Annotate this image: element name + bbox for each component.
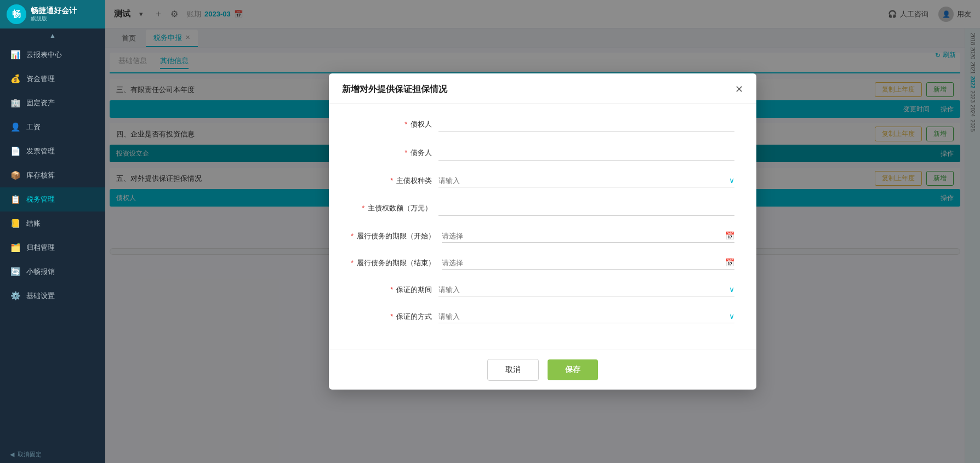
dialog-close-button[interactable]: ✕ (735, 83, 743, 95)
sidebar-item-label: 归档管理 (26, 243, 55, 253)
unpin-label: 取消固定 (18, 450, 42, 459)
unpin-icon: ◀ (10, 451, 14, 458)
period-start-label: * 履行债务的期限（开始） (351, 231, 442, 241)
sidebar-item-yunbaobiao[interactable]: 📊 云报表中心 (0, 43, 105, 67)
sidebar-item-label: 税务管理 (26, 195, 55, 204)
debt-type-input[interactable] (438, 176, 729, 185)
debt-type-select-wrapper: ∨ (438, 174, 734, 187)
yunbaobiao-icon: 📊 (10, 49, 21, 60)
sidebar: 畅 畅捷通好会计 旗舰版 ▲ 📊 云报表中心 💰 资金管理 🏢 固定资产 👤 (0, 0, 105, 463)
debt-type-dropdown-icon[interactable]: ∨ (729, 176, 734, 185)
kucun-icon: 📦 (10, 170, 21, 181)
debt-amount-label: * 主债权数额（万元） (351, 203, 438, 213)
debt-type-label: * 主债权种类 (351, 176, 438, 186)
dialog-footer: 取消 保存 (329, 350, 756, 390)
sidebar-header: 畅 畅捷通好会计 旗舰版 (0, 0, 105, 28)
app-logo: 畅 (7, 4, 26, 24)
app-subtitle: 旗舰版 (31, 15, 77, 22)
form-row-creditor: * 债权人 (351, 117, 734, 132)
required-star: * (404, 120, 407, 128)
save-button[interactable]: 保存 (548, 359, 598, 380)
period-end-input[interactable] (442, 259, 725, 267)
creditor-input[interactable] (438, 117, 734, 132)
form-row-period-end: * 履行债务的期限（结束） 📅 (351, 256, 734, 270)
sidebar-item-gongzi[interactable]: 👤 工资 (0, 115, 105, 139)
sidebar-bottom[interactable]: ◀ 取消固定 (0, 446, 105, 463)
sidebar-item-fapiao[interactable]: 📄 发票管理 (0, 139, 105, 163)
required-star: * (390, 176, 393, 185)
debtor-input[interactable] (438, 145, 734, 161)
form-row-guarantee-period: * 保证的期间 ∨ (351, 283, 734, 296)
period-start-input[interactable] (442, 232, 725, 240)
dialog: 新增对外提供保证担保情况 ✕ * 债权人 * (329, 73, 756, 390)
sidebar-scroll-up[interactable]: ▲ (0, 28, 105, 43)
main-content: 测试 ▾ ＋ ⚙ 账期 2023-03 📅 🎧 人工咨询 👤 (105, 0, 980, 463)
guarantee-period-input[interactable] (438, 285, 729, 294)
sidebar-item-guidang[interactable]: 🗂️ 归档管理 (0, 236, 105, 260)
fapiao-icon: 📄 (10, 146, 21, 157)
sidebar-item-label: 工资 (26, 122, 41, 132)
period-end-calendar-icon[interactable]: 📅 (725, 258, 734, 267)
period-end-wrapper: 📅 (442, 256, 734, 270)
guarantee-method-label: * 保证的方式 (351, 312, 438, 322)
debtor-label: * 债务人 (351, 148, 438, 158)
sidebar-nav: 📊 云报表中心 💰 资金管理 🏢 固定资产 👤 工资 📄 发票管理 📦 (0, 43, 105, 446)
sidebar-item-shuiwu[interactable]: 📋 税务管理 (0, 187, 105, 212)
guarantee-method-input[interactable] (438, 312, 729, 321)
sidebar-item-label: 基础设置 (26, 291, 55, 301)
guarantee-method-select-wrapper: ∨ (438, 310, 734, 323)
gongzi-icon: 👤 (10, 122, 21, 133)
period-end-label: * 履行债务的期限（结束） (351, 258, 442, 268)
app-title: 畅捷通好会计 (31, 6, 77, 15)
sidebar-item-label: 固定资产 (26, 98, 55, 108)
cancel-button[interactable]: 取消 (487, 359, 539, 381)
zijin-icon: 💰 (10, 73, 21, 84)
sidebar-item-kucun[interactable]: 📦 库存核算 (0, 163, 105, 187)
required-star: * (351, 259, 354, 267)
debt-amount-input[interactable] (438, 201, 734, 216)
sidebar-item-zijin[interactable]: 💰 资金管理 (0, 67, 105, 91)
sidebar-item-gudingzichan[interactable]: 🏢 固定资产 (0, 91, 105, 115)
sidebar-item-jichushezhi[interactable]: ⚙️ 基础设置 (0, 284, 105, 308)
form-row-period-start: * 履行债务的期限（开始） 📅 (351, 229, 734, 243)
guarantee-period-dropdown-icon[interactable]: ∨ (729, 285, 734, 294)
gudingzichan-icon: 🏢 (10, 98, 21, 108)
required-star: * (390, 285, 393, 294)
jiezhang-icon: 📒 (10, 218, 21, 229)
required-star: * (362, 204, 364, 212)
guarantee-method-dropdown-icon[interactable]: ∨ (729, 312, 734, 321)
required-star: * (404, 148, 407, 157)
sidebar-item-label: 小畅报销 (26, 267, 55, 277)
period-start-wrapper: 📅 (442, 229, 734, 243)
sidebar-item-label: 库存核算 (26, 170, 55, 180)
required-star: * (351, 232, 354, 240)
dialog-title: 新增对外提供保证担保情况 (342, 84, 447, 95)
guarantee-period-label: * 保证的期间 (351, 285, 438, 295)
form-row-guarantee-method: * 保证的方式 ∨ (351, 310, 734, 323)
sidebar-item-label: 结账 (26, 219, 41, 228)
dialog-body: * 债权人 * 债务人 (329, 104, 756, 350)
jichushezhi-icon: ⚙️ (10, 290, 21, 301)
shuiwu-icon: 📋 (10, 194, 21, 205)
dialog-overlay: 新增对外提供保证担保情况 ✕ * 债权人 * (105, 0, 980, 463)
sidebar-item-xiaochang[interactable]: 🔄 小畅报销 (0, 260, 105, 284)
sidebar-item-jiezhang[interactable]: 📒 结账 (0, 212, 105, 236)
sidebar-item-label: 云报表中心 (26, 50, 62, 60)
required-star: * (390, 312, 393, 321)
xiaochang-icon: 🔄 (10, 266, 21, 277)
form-row-debt-type: * 主债权种类 ∨ (351, 174, 734, 187)
period-start-calendar-icon[interactable]: 📅 (725, 231, 734, 240)
guarantee-period-select-wrapper: ∨ (438, 283, 734, 296)
guidang-icon: 🗂️ (10, 242, 21, 253)
creditor-label: * 债权人 (351, 119, 438, 129)
dialog-header: 新增对外提供保证担保情况 ✕ (329, 73, 756, 104)
form-row-debtor: * 债务人 (351, 145, 734, 161)
sidebar-item-label: 发票管理 (26, 146, 55, 156)
form-row-debt-amount: * 主债权数额（万元） (351, 201, 734, 216)
sidebar-item-label: 资金管理 (26, 74, 55, 84)
